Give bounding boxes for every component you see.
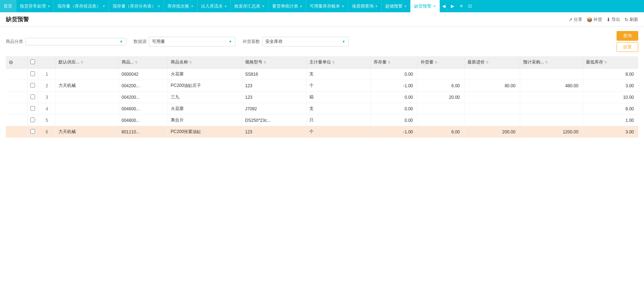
refresh-icon: ↻ xyxy=(625,17,628,22)
col-min-stock-sort-icon: ⇅ xyxy=(604,61,607,64)
cell-product-code: 0000042 xyxy=(118,69,167,80)
cell-est-purchase xyxy=(520,92,583,103)
col-product-name[interactable]: 商品名称 ⇅ xyxy=(167,56,242,69)
tab-batch-account[interactable]: 库存批次账 × xyxy=(164,0,197,12)
tab-receive-summary-close[interactable]: × xyxy=(262,4,264,8)
row-checkbox-4[interactable] xyxy=(30,106,35,111)
cell-latest-price: 200.00 xyxy=(464,126,520,138)
tab-expiry-query[interactable]: 保质期查询 × xyxy=(348,0,382,12)
category-select[interactable]: ▼ xyxy=(25,38,126,45)
tab-expiry-query-close[interactable]: × xyxy=(375,4,378,8)
col-replenish-label: 补货量 xyxy=(421,59,434,65)
tab-close-all-btn[interactable]: ✕ xyxy=(457,0,466,12)
cell-latest-price xyxy=(464,92,520,103)
tab-receive-summary-label: 收发存汇总表 xyxy=(234,3,260,9)
col-product-code-label: 商品... xyxy=(122,59,134,65)
cell-product-name: 火花塞 xyxy=(167,69,242,80)
tab-inventory-dist-close[interactable]: × xyxy=(158,4,160,8)
cell-spec: 123 xyxy=(242,80,306,92)
cell-checkbox[interactable] xyxy=(27,115,38,126)
datasource-label: 数据源 xyxy=(134,39,147,45)
tab-exception-close[interactable]: × xyxy=(48,4,50,8)
refresh-button[interactable]: ↻ 刷新 xyxy=(625,17,638,23)
cell-latest-price xyxy=(464,103,520,115)
table-row[interactable]: 4 004600... 火花塞 J7092 支 0.00 8.00 xyxy=(6,103,638,115)
col-stock[interactable]: 库存量 ⇅ xyxy=(371,56,418,69)
share-button[interactable]: ↗ 分享 xyxy=(569,17,582,23)
cell-unit: 个 xyxy=(306,126,370,138)
cell-num: 6 xyxy=(38,126,56,138)
query-button[interactable]: 查询 xyxy=(617,31,638,41)
col-latest-price[interactable]: 最新进价 ⇅ xyxy=(464,56,520,69)
col-unit[interactable]: 主计量单位 ⇅ xyxy=(306,56,370,69)
cell-checkbox[interactable] xyxy=(27,92,38,103)
tab-receive-summary[interactable]: 收发存汇总表 × xyxy=(231,0,268,12)
replenish-base-select[interactable]: 安全库存 ▼ xyxy=(262,37,349,47)
cell-checkbox[interactable] xyxy=(27,69,38,80)
tab-inventory-status-close[interactable]: × xyxy=(103,4,105,8)
cell-default-supplier: 力天机械 xyxy=(56,126,118,138)
cell-default-supplier xyxy=(56,115,118,126)
row-checkbox-3[interactable] xyxy=(30,94,35,99)
cell-checkbox[interactable] xyxy=(27,80,38,92)
tab-inout-flow-close[interactable]: × xyxy=(225,4,227,8)
col-gear[interactable]: ⚙ xyxy=(6,56,27,69)
table-row[interactable]: 3 004200... 三九 123 箱 0.00 20.00 10.00 xyxy=(6,92,638,103)
tab-prev-btn[interactable]: ◀ xyxy=(440,0,448,12)
cell-latest-price xyxy=(464,69,520,80)
tab-shortage-close[interactable]: × xyxy=(433,4,435,8)
col-spec[interactable]: 规格型号 ⇅ xyxy=(242,56,306,69)
tab-overstock-close[interactable]: × xyxy=(404,4,406,8)
tab-available-ledger[interactable]: 可用量库存账本 × xyxy=(306,0,348,12)
gear-icon[interactable]: ⚙ xyxy=(9,59,13,65)
table-row[interactable]: 2 力天机械 004200... PC200油缸庄子 123 个 -1.00 6… xyxy=(6,80,638,92)
tab-exception[interactable]: 拣货异常处理 × xyxy=(16,0,54,12)
select-all-checkbox[interactable] xyxy=(30,59,35,64)
datasource-select[interactable]: 可用量 ▼ xyxy=(149,37,235,47)
page-title: 缺货预警 xyxy=(6,16,29,23)
table-row[interactable]: 6 力天机械 801110... PC200张紧油缸 123 个 -1.00 6… xyxy=(6,126,638,138)
cell-latest-price: 80.00 xyxy=(464,80,520,92)
tab-available-ledger-close[interactable]: × xyxy=(342,4,344,8)
tab-shortage[interactable]: 缺货预警 × xyxy=(410,0,439,12)
cell-replenish: 20.00 xyxy=(418,92,465,103)
row-checkbox-1[interactable] xyxy=(30,71,35,76)
tab-next-btn[interactable]: ▶ xyxy=(448,0,457,12)
table-row[interactable]: 1 0000042 火花塞 SS816 支 0.00 8.00 xyxy=(6,69,638,80)
export-button[interactable]: ⬇ 导出 xyxy=(606,17,620,23)
row-checkbox-2[interactable] xyxy=(30,83,35,88)
tab-batch-account-close[interactable]: × xyxy=(191,4,193,8)
cell-checkbox[interactable] xyxy=(27,126,38,138)
cell-spec: 123 xyxy=(242,92,306,103)
tab-inout-flow[interactable]: 出入库流水 × xyxy=(197,0,231,12)
col-replenish[interactable]: 补货量 ⇅ xyxy=(418,56,465,69)
col-select-all[interactable] xyxy=(27,56,38,69)
cell-checkbox[interactable] xyxy=(27,103,38,115)
col-product-code[interactable]: 商品... ⇅ xyxy=(118,56,167,69)
setting-button[interactable]: 设置 xyxy=(617,42,638,52)
category-filter-group: 商品分类 ▼ xyxy=(6,38,126,45)
tab-expand-btn[interactable]: ⊡ xyxy=(466,0,474,12)
cell-num: 2 xyxy=(38,80,56,92)
page-container: 缺货预警 ↗ 分享 📦 补货 ⬇ 导出 ↻ 刷新 商品分类 xyxy=(0,12,644,287)
tab-demand-stat-close[interactable]: × xyxy=(300,4,302,8)
col-min-stock[interactable]: 最低库存 ⇅ xyxy=(583,56,638,69)
table-row[interactable]: 5 004800... 离合片 DS250*23c... 只 0.00 1.00 xyxy=(6,115,638,126)
cell-stock: -1.00 xyxy=(371,80,418,92)
col-est-purchase[interactable]: 预计采购... ⇅ xyxy=(520,56,583,69)
tab-inventory-dist[interactable]: 现存量（库存分布表） × xyxy=(109,0,164,12)
col-est-purchase-label: 预计采购... xyxy=(523,59,544,65)
tab-overstock-label: 超储预警 xyxy=(385,3,402,9)
cell-product-code: 004600... xyxy=(118,103,167,115)
row-checkbox-6[interactable] xyxy=(30,129,35,134)
replenish-button[interactable]: 📦 补货 xyxy=(587,17,602,23)
tab-inventory-status[interactable]: 现存量（库存状况表） × xyxy=(54,0,109,12)
tab-overstock[interactable]: 超储预警 × xyxy=(382,0,410,12)
cell-est-purchase xyxy=(520,69,583,80)
col-default-supplier[interactable]: 默认供应... ⇅ xyxy=(56,56,118,69)
tab-demand-stat[interactable]: 要货单统计表 × xyxy=(269,0,306,12)
row-checkbox-5[interactable] xyxy=(30,118,35,122)
export-icon: ⬇ xyxy=(606,17,610,22)
cell-num: 5 xyxy=(38,115,56,126)
tab-home[interactable]: 首页 xyxy=(0,0,16,12)
